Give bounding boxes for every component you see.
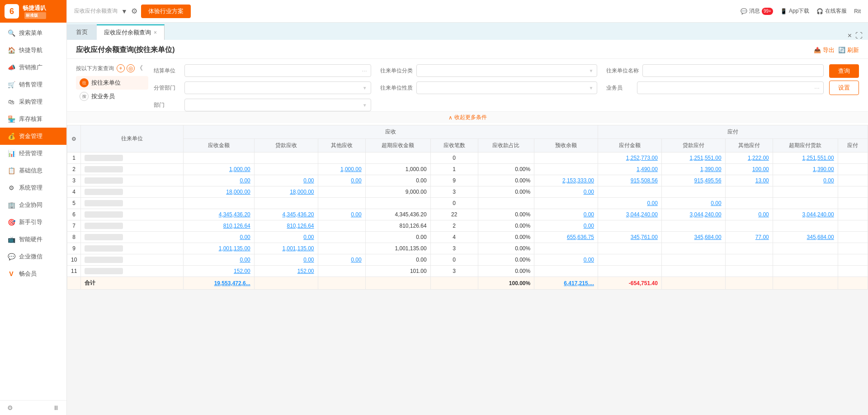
setting-btn[interactable]: 设置 xyxy=(829,81,859,95)
table-cell[interactable]: 1,001,135.00 xyxy=(183,243,254,254)
table-cell[interactable]: 1,252,773.00 xyxy=(598,153,662,164)
table-cell[interactable]: 1,251,551.00 xyxy=(661,153,725,164)
table-cell[interactable]: 655,636.75 xyxy=(534,232,598,243)
table-cell[interactable]: 3,044,240.00 xyxy=(661,209,725,220)
table-cell[interactable]: 0.00 xyxy=(534,186,598,198)
sidebar-settings-btn[interactable]: ⚙ xyxy=(7,404,13,411)
export-btn[interactable]: 📤 导出 xyxy=(814,46,835,54)
table-cell[interactable]: 0.00 xyxy=(534,209,598,220)
table-cell[interactable]: 0.00 xyxy=(725,209,773,220)
header-dropdown-btn[interactable]: ▼ xyxy=(121,8,127,15)
sidebar-item-quicknav[interactable]: 🏠 快捷导航 xyxy=(0,42,66,59)
table-cell[interactable]: 3,044,240.00 xyxy=(773,209,838,220)
sidebar-item-newbie[interactable]: 🎯 新手引导 xyxy=(0,214,66,231)
table-cell[interactable]: 0.00 xyxy=(598,198,662,209)
table-cell[interactable]: 0.00 xyxy=(183,175,254,186)
sidebar-item-management[interactable]: 📊 经营管理 xyxy=(0,145,66,162)
window-close-btn[interactable]: × xyxy=(848,32,852,40)
sidebar-item-system[interactable]: ⚙ 系统管理 xyxy=(0,179,66,196)
sidebar-item-hardware[interactable]: 📺 智能硬件 xyxy=(0,231,66,248)
header-gear-icon[interactable]: ⚙ xyxy=(131,7,137,15)
sidebar-item-search[interactable]: 🔍 搜索菜单 xyxy=(0,24,66,42)
table-cell[interactable]: 100.00 xyxy=(725,164,773,175)
header-trial-btn[interactable]: 体验行业方案 xyxy=(141,5,191,18)
table-cell[interactable]: 3,044,240.00 xyxy=(598,209,662,220)
table-cell[interactable]: 0.00 xyxy=(254,175,318,186)
table-cell[interactable]: 810,126.64 xyxy=(254,220,318,232)
sidebar-item-finance[interactable]: 💰 资金管理 xyxy=(0,128,66,145)
table-cell[interactable]: 0.00 xyxy=(318,209,365,220)
table-cell[interactable]: 0.00 xyxy=(318,175,365,186)
sidebar-item-purchase[interactable]: 🛍 采购管理 xyxy=(0,93,66,110)
sub-dept-input[interactable]: ▼ xyxy=(184,99,371,111)
table-cell[interactable]: 0.00 xyxy=(183,254,254,266)
sidebar-item-corp[interactable]: 🏢 企业协同 xyxy=(0,196,66,214)
filter-add-btn[interactable]: + xyxy=(117,64,125,72)
header-app-download[interactable]: 📱 App下载 xyxy=(780,7,809,15)
tab-receivable[interactable]: 应收应付余额查询 × xyxy=(97,24,165,40)
refresh-btn[interactable]: 🔄 刷新 xyxy=(838,46,859,54)
table-cell[interactable]: 2,153,333.00 xyxy=(534,175,598,186)
sidebar-item-marketing[interactable]: 📣 营销推广 xyxy=(0,59,66,76)
table-cell: 2 xyxy=(67,164,81,175)
table-cell[interactable]: 1,390.00 xyxy=(661,164,725,175)
tab-home[interactable]: 首页 xyxy=(67,24,97,40)
collapse-bar[interactable]: ∧ 收起更多条件 xyxy=(67,111,868,123)
table-cell[interactable]: 4,345,436.20 xyxy=(254,209,318,220)
table-cell[interactable]: 152.00 xyxy=(183,266,254,277)
table-cell[interactable]: 4,345,436.20 xyxy=(183,209,254,220)
sidebar-item-basic[interactable]: 📋 基础信息 xyxy=(0,162,66,179)
table-cell[interactable]: 915,495.56 xyxy=(661,175,725,186)
table-cell[interactable]: 1,001,135.00 xyxy=(254,243,318,254)
col-recv-other: 其他应收 xyxy=(318,139,365,153)
table-cell[interactable]: 152.00 xyxy=(254,266,318,277)
table-cell[interactable]: 0.00 xyxy=(534,220,598,232)
table-cell[interactable]: 1,222.00 xyxy=(725,153,773,164)
table-cell[interactable]: 345,761.00 xyxy=(598,232,662,243)
table-cell[interactable]: 1,000.00 xyxy=(183,164,254,175)
tab-close-btn[interactable]: × xyxy=(154,29,157,36)
settlement-input[interactable]: ··· xyxy=(184,64,371,77)
header-user[interactable]: Rit xyxy=(854,8,861,14)
dept-input[interactable]: ▼ xyxy=(184,81,371,94)
partner-nature-input[interactable]: ▼ xyxy=(416,81,598,94)
table-cell[interactable]: 0.00 xyxy=(773,175,838,186)
table-cell[interactable]: 0.00 xyxy=(318,254,365,266)
query-btn[interactable]: 查询 xyxy=(829,64,859,78)
table-cell[interactable]: 77.00 xyxy=(725,232,773,243)
table-cell[interactable]: 1,390.00 xyxy=(773,164,838,175)
table-cell[interactable]: 0.00 xyxy=(534,254,598,266)
sidebar-item-sales[interactable]: 🛒 销售管理 xyxy=(0,76,66,93)
table-cell[interactable]: 345,684.00 xyxy=(773,232,838,243)
header-service[interactable]: 🎧 在线客服 xyxy=(816,7,847,15)
table-cell[interactable]: 0.00 xyxy=(661,198,725,209)
table-cell[interactable]: 345,684.00 xyxy=(661,232,725,243)
filter-settings-btn[interactable]: ◎ xyxy=(127,64,135,72)
table-cell[interactable]: 915,508.56 xyxy=(598,175,662,186)
partner-name-input[interactable] xyxy=(642,64,824,77)
table-cell[interactable]: 0.00 xyxy=(254,232,318,243)
summary-recv-prepay[interactable]: 6,417,215.... xyxy=(534,277,598,290)
filter-collapse-btn[interactable]: 《 xyxy=(137,64,143,72)
table-settings-col[interactable]: ⚙ xyxy=(67,125,81,153)
table-cell[interactable]: 1,490.00 xyxy=(598,164,662,175)
window-expand-btn[interactable]: ⛶ xyxy=(855,32,863,40)
table-cell[interactable]: 810,126.64 xyxy=(183,220,254,232)
sidebar-collapse-btn[interactable]: ⏸ xyxy=(53,404,59,411)
sidebar-item-member[interactable]: V 畅会员 xyxy=(0,265,66,282)
table-cell[interactable]: 1,000.00 xyxy=(318,164,365,175)
salesperson-input[interactable]: ··· xyxy=(637,81,824,94)
table-cell[interactable]: 0.00 xyxy=(183,232,254,243)
table-cell[interactable]: 0.00 xyxy=(254,254,318,266)
table-cell[interactable]: 18,000.00 xyxy=(183,186,254,198)
header-message[interactable]: 💬 消息 99+ xyxy=(741,7,773,15)
table-cell[interactable]: 1,251,551.00 xyxy=(773,153,838,164)
partner-category-input[interactable]: ▼ xyxy=(416,64,598,77)
table-cell[interactable]: 18,000.00 xyxy=(254,186,318,198)
table-cell[interactable]: 13.00 xyxy=(725,175,773,186)
sidebar-item-inventory[interactable]: 🏪 库存核算 xyxy=(0,110,66,128)
filter-option-salesperson[interactable]: 按 按业务员 xyxy=(76,90,148,103)
filter-option-partner[interactable]: 往 按往来单位 xyxy=(76,76,148,90)
summary-recv-amount[interactable]: 19,553,472,6... xyxy=(183,277,254,290)
sidebar-item-wechat[interactable]: 💬 企业微信 xyxy=(0,248,66,265)
